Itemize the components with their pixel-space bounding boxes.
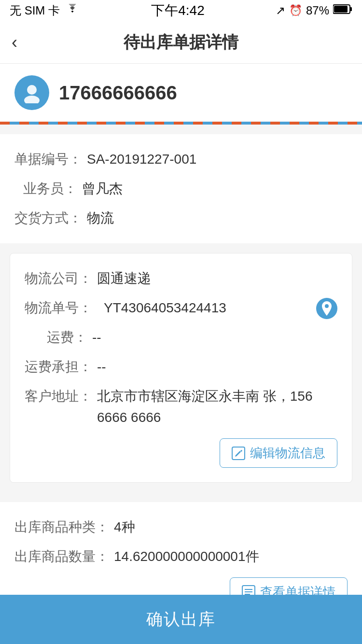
page-title: 待出库单据详情 (124, 31, 238, 54)
carrier-text: 无 SIM 卡 (10, 3, 60, 18)
freight-label: 运费： (25, 327, 92, 349)
sales-person-value: 曾凡杰 (82, 178, 348, 200)
confirm-outbound-button[interactable]: 确认出库 (146, 608, 216, 630)
goods-types-row: 出库商品种类： 4种 (14, 517, 348, 538)
tracking-no-value: YT43064053424413 (104, 297, 309, 319)
svg-point-4 (24, 96, 40, 103)
freight-value: -- (92, 327, 337, 349)
tracking-location-icon[interactable] (316, 298, 337, 319)
address-value: 北京市市辖区海淀区永丰南 张，156 6666 6666 (97, 386, 337, 429)
goods-quantity-label: 出库商品数量： (14, 546, 114, 568)
location-icon: ↗ (276, 4, 285, 17)
tracking-no-label: 物流单号： (25, 297, 97, 319)
document-no-row: 单据编号： SA-20191227-001 (14, 149, 348, 170)
goods-quantity-value: 14.620000000000001件 (114, 546, 348, 568)
status-left: 无 SIM 卡 (10, 3, 80, 18)
goods-types-label: 出库商品种类： (14, 517, 114, 538)
logistics-section: 物流公司： 圆通速递 物流单号： YT43064053424413 运费： --… (10, 253, 352, 483)
address-row: 客户地址： 北京市市辖区海淀区永丰南 张，156 6666 6666 (25, 386, 337, 429)
tracking-no-row: 物流单号： YT43064053424413 (25, 297, 337, 319)
document-no-label: 单据编号： (14, 149, 87, 170)
edit-logistics-label: 编辑物流信息 (250, 445, 325, 462)
dashed-separator (0, 122, 362, 125)
edit-btn-row: 编辑物流信息 (25, 438, 337, 468)
address-label: 客户地址： (25, 386, 97, 407)
battery-text: 87% (306, 4, 329, 17)
status-bar: 无 SIM 卡 下午4:42 ↗ ⏰ 87% (0, 0, 362, 21)
goods-quantity-row: 出库商品数量： 14.620000000000001件 (14, 546, 348, 568)
logistics-company-row: 物流公司： 圆通速递 (25, 268, 337, 290)
sales-person-label: 业务员： (14, 178, 82, 200)
logistics-company-value: 圆通速递 (97, 268, 337, 290)
alarm-icon: ⏰ (289, 4, 302, 17)
svg-point-3 (27, 85, 37, 95)
freight-bearer-value: -- (97, 356, 337, 378)
status-time: 下午4:42 (151, 1, 205, 20)
freight-bearer-label: 运费承担： (25, 356, 97, 378)
back-button[interactable]: ‹ (12, 32, 17, 53)
delivery-method-value: 物流 (87, 208, 348, 229)
delivery-method-label: 交货方式： (14, 208, 87, 229)
logistics-company-label: 物流公司： (25, 268, 97, 290)
battery-icon (333, 4, 352, 17)
freight-row: 运费： -- (25, 327, 337, 349)
confirm-btn-wrap: 确认出库 (0, 595, 362, 644)
section-divider (0, 483, 362, 492)
delivery-method-row: 交货方式： 物流 (14, 208, 348, 229)
user-phone: 17666666666 (59, 82, 177, 104)
nav-bar: ‹ 待出库单据详情 (0, 21, 362, 64)
basic-info-section: 单据编号： SA-20191227-001 业务员： 曾凡杰 交货方式： 物流 (0, 134, 362, 243)
status-right: ↗ ⏰ 87% (276, 4, 352, 17)
sales-person-row: 业务员： 曾凡杰 (14, 178, 348, 200)
wifi-icon (65, 4, 80, 17)
goods-types-value: 4种 (114, 517, 348, 538)
svg-rect-2 (334, 6, 348, 13)
svg-rect-1 (350, 7, 352, 11)
edit-logistics-button[interactable]: 编辑物流信息 (220, 438, 337, 468)
document-no-value: SA-20191227-001 (87, 149, 348, 170)
user-header: 17666666666 (0, 64, 362, 122)
freight-bearer-row: 运费承担： -- (25, 356, 337, 378)
user-avatar (14, 75, 49, 110)
